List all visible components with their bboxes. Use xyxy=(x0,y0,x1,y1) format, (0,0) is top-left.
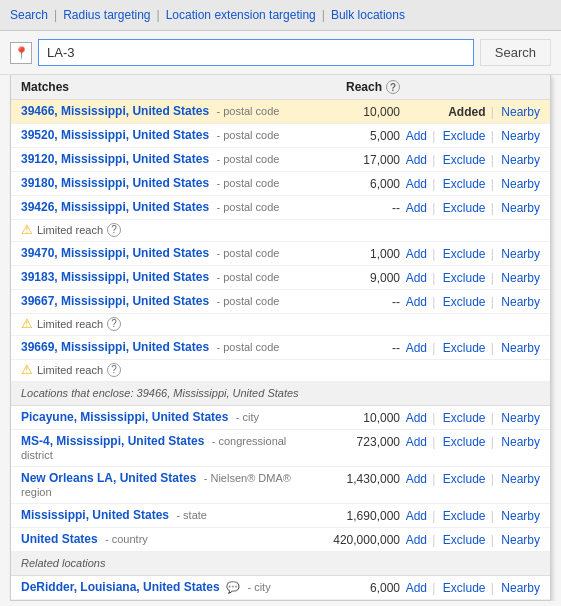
warning-row: ⚠ Limited reach ? xyxy=(11,220,550,242)
nearby-link[interactable]: Nearby xyxy=(501,435,540,449)
location-type: - postal code xyxy=(216,247,279,259)
row-location: United States - country xyxy=(21,532,310,546)
nearby-link[interactable]: Nearby xyxy=(501,201,540,215)
search-input[interactable] xyxy=(38,39,474,66)
warning-help-icon[interactable]: ? xyxy=(107,317,121,331)
col-actions-label xyxy=(400,80,540,94)
add-link[interactable]: Add xyxy=(406,472,427,486)
location-type: - postal code xyxy=(216,201,279,213)
nav-radius[interactable]: Radius targeting xyxy=(63,8,150,22)
nearby-link[interactable]: Nearby xyxy=(501,247,540,261)
reach-help-icon[interactable]: ? xyxy=(386,80,400,94)
exclude-link[interactable]: Exclude xyxy=(443,509,486,523)
nearby-link[interactable]: Nearby xyxy=(501,533,540,547)
row-reach: 9,000 xyxy=(310,270,400,285)
row-actions: Add | Exclude | Nearby xyxy=(400,246,540,261)
table-row: 39520, Mississippi, United States - post… xyxy=(11,124,550,148)
location-name[interactable]: 39466, Mississippi, United States xyxy=(21,104,209,118)
warning-icon: ⚠ xyxy=(21,222,33,237)
location-name[interactable]: 39426, Mississippi, United States xyxy=(21,200,209,214)
location-name[interactable]: DeRidder, Louisiana, United States xyxy=(21,580,220,594)
table-row: 39180, Mississippi, United States - post… xyxy=(11,172,550,196)
nearby-link[interactable]: Nearby xyxy=(501,153,540,167)
location-name[interactable]: 39120, Mississippi, United States xyxy=(21,152,209,166)
exclude-link[interactable]: Exclude xyxy=(443,411,486,425)
table-row: 39470, Mississippi, United States - post… xyxy=(11,242,550,266)
row-actions: Add | Exclude | Nearby xyxy=(400,294,540,309)
location-name[interactable]: MS-4, Mississippi, United States xyxy=(21,434,204,448)
location-name[interactable]: 39470, Mississippi, United States xyxy=(21,246,209,260)
row-location: 39520, Mississippi, United States - post… xyxy=(21,128,310,142)
location-name[interactable]: 39183, Mississippi, United States xyxy=(21,270,209,284)
nearby-link[interactable]: Nearby xyxy=(501,295,540,309)
add-link[interactable]: Add xyxy=(406,201,427,215)
nearby-link[interactable]: Nearby xyxy=(501,271,540,285)
nearby-link[interactable]: Nearby xyxy=(501,129,540,143)
add-link[interactable]: Add xyxy=(406,177,427,191)
nearby-link[interactable]: Nearby xyxy=(501,509,540,523)
row-actions: Add | Exclude | Nearby xyxy=(400,471,540,486)
row-location: 39669, Mississippi, United States - post… xyxy=(21,340,310,354)
row-location: 39183, Mississippi, United States - post… xyxy=(21,270,310,284)
exclude-link[interactable]: Exclude xyxy=(443,201,486,215)
nearby-link[interactable]: Nearby xyxy=(501,341,540,355)
exclude-link[interactable]: Exclude xyxy=(443,435,486,449)
row-actions: Add | Exclude | Nearby xyxy=(400,176,540,191)
location-icon: 📍 xyxy=(10,42,32,64)
exclude-link[interactable]: Exclude xyxy=(443,177,486,191)
row-actions: Add | Exclude | Nearby xyxy=(400,434,540,449)
location-name[interactable]: New Orleans LA, United States xyxy=(21,471,196,485)
location-name[interactable]: Picayune, Mississippi, United States xyxy=(21,410,228,424)
nav-search[interactable]: Search xyxy=(10,8,48,22)
add-link[interactable]: Add xyxy=(406,411,427,425)
exclude-link[interactable]: Exclude xyxy=(443,153,486,167)
row-location: New Orleans LA, United States - Nielsen®… xyxy=(21,471,310,499)
exclude-link[interactable]: Exclude xyxy=(443,533,486,547)
exclude-link[interactable]: Exclude xyxy=(443,271,486,285)
row-actions: Add | Exclude | Nearby xyxy=(400,270,540,285)
add-link[interactable]: Add xyxy=(406,581,427,595)
add-link[interactable]: Add xyxy=(406,435,427,449)
row-reach: -- xyxy=(310,200,400,215)
nav-bulk[interactable]: Bulk locations xyxy=(331,8,405,22)
exclude-link[interactable]: Exclude xyxy=(443,581,486,595)
nearby-link[interactable]: Nearby xyxy=(501,411,540,425)
table-header: Matches Reach ? xyxy=(11,75,550,100)
location-name[interactable]: 39669, Mississippi, United States xyxy=(21,340,209,354)
location-name[interactable]: Mississippi, United States xyxy=(21,508,169,522)
add-link[interactable]: Add xyxy=(406,247,427,261)
search-row: 📍 Search xyxy=(0,31,561,75)
add-link[interactable]: Add xyxy=(406,509,427,523)
table-row: Mississippi, United States - state 1,690… xyxy=(11,504,550,528)
nav-location-ext[interactable]: Location extension targeting xyxy=(166,8,316,22)
location-type: - postal code xyxy=(216,153,279,165)
nearby-link[interactable]: Nearby xyxy=(501,105,540,119)
exclude-link[interactable]: Exclude xyxy=(443,129,486,143)
row-actions: Add | Exclude | Nearby xyxy=(400,508,540,523)
location-name[interactable]: United States xyxy=(21,532,98,546)
row-actions: Add | Exclude | Nearby xyxy=(400,340,540,355)
add-link[interactable]: Add xyxy=(406,153,427,167)
location-name[interactable]: 39520, Mississippi, United States xyxy=(21,128,209,142)
location-name[interactable]: 39180, Mississippi, United States xyxy=(21,176,209,190)
table-row: 39466, Mississippi, United States - post… xyxy=(11,100,550,124)
col-matches-label: Matches xyxy=(21,80,310,94)
exclude-link[interactable]: Exclude xyxy=(443,472,486,486)
add-link[interactable]: Add xyxy=(406,295,427,309)
nearby-link[interactable]: Nearby xyxy=(501,581,540,595)
warning-text: Limited reach xyxy=(37,224,103,236)
nearby-link[interactable]: Nearby xyxy=(501,177,540,191)
results-dropdown: Matches Reach ? 39466, Mississippi, Unit… xyxy=(10,75,551,601)
location-name[interactable]: 39667, Mississippi, United States xyxy=(21,294,209,308)
search-button[interactable]: Search xyxy=(480,39,551,66)
exclude-link[interactable]: Exclude xyxy=(443,341,486,355)
nearby-link[interactable]: Nearby xyxy=(501,472,540,486)
add-link[interactable]: Add xyxy=(406,341,427,355)
warning-help-icon[interactable]: ? xyxy=(107,363,121,377)
warning-help-icon[interactable]: ? xyxy=(107,223,121,237)
exclude-link[interactable]: Exclude xyxy=(443,247,486,261)
add-link[interactable]: Add xyxy=(406,271,427,285)
add-link[interactable]: Add xyxy=(406,533,427,547)
add-link[interactable]: Add xyxy=(406,129,427,143)
exclude-link[interactable]: Exclude xyxy=(443,295,486,309)
